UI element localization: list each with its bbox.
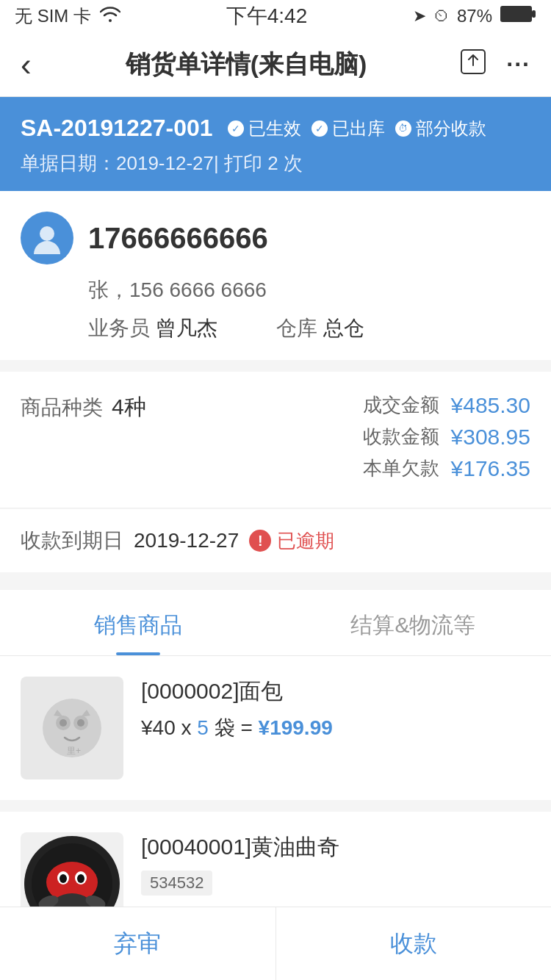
product-total-1: ¥199.99 bbox=[259, 716, 333, 739]
customer-name-info: 张，156 6666 6666 bbox=[21, 276, 530, 304]
alarm-icon: ⏲ bbox=[433, 7, 450, 26]
order-date: 单据日期：2019-12-27| 打印 2 次 bbox=[21, 151, 530, 176]
product-name-1: [0000002]面包 bbox=[141, 677, 530, 707]
svg-rect-0 bbox=[500, 6, 532, 22]
more-button[interactable]: ··· bbox=[506, 51, 530, 78]
product-info-1: [0000002]面包 ¥40 x 5 袋 = ¥199.99 bbox=[141, 677, 530, 742]
svg-point-3 bbox=[40, 226, 54, 241]
product-type-row: 商品种类 4种 bbox=[21, 392, 146, 422]
svg-text:里+: 里+ bbox=[67, 746, 81, 756]
product-thumbnail-1: 里+ bbox=[21, 677, 123, 779]
product-price-1: ¥40 x 5 袋 = ¥199.99 bbox=[141, 714, 530, 742]
stats-right: 成交金额 ¥485.30 收款金额 ¥308.95 本单欠款 ¥176.35 bbox=[363, 392, 530, 487]
svg-point-16 bbox=[77, 874, 84, 883]
share-button[interactable] bbox=[461, 49, 486, 80]
svg-point-15 bbox=[60, 874, 67, 883]
product-name-2: [00040001]黄油曲奇 bbox=[141, 832, 530, 862]
battery-percent: 87% bbox=[457, 6, 492, 26]
warehouse-info: 仓库 总仓 bbox=[276, 314, 364, 342]
customer-section: 17666666666 张，156 6666 6666 业务员 曾凡杰 仓库 总… bbox=[0, 191, 551, 360]
status-bar: 无 SIM 卡 下午4:42 ➤ ⏲ 87% bbox=[0, 0, 551, 32]
overdue-icon: ! bbox=[249, 530, 271, 552]
status-right: ➤ ⏲ 87% bbox=[413, 4, 536, 28]
cancel-button[interactable]: 弃审 bbox=[0, 907, 276, 980]
order-header: SA-20191227-001 ✓ 已生效 ✓ 已出库 ⏱ 部分收款 单据日期：… bbox=[0, 97, 551, 191]
product-qty-1: 5 bbox=[197, 716, 209, 739]
overdue-badge: ! 已逾期 bbox=[249, 528, 334, 554]
product-tag-2: 534532 bbox=[141, 871, 212, 896]
svg-point-17 bbox=[66, 886, 78, 893]
wifi-icon bbox=[100, 6, 120, 26]
confirm-button[interactable]: 收款 bbox=[276, 907, 552, 980]
order-header-top: SA-20191227-001 ✓ 已生效 ✓ 已出库 ⏱ 部分收款 bbox=[21, 115, 530, 142]
carrier-text: 无 SIM 卡 bbox=[15, 4, 91, 28]
page-title: 销货单详情(来自电脑) bbox=[126, 48, 367, 82]
customer-avatar bbox=[21, 212, 73, 264]
owe-amount-row: 本单欠款 ¥176.35 bbox=[363, 455, 530, 481]
tab-sales-products[interactable]: 销售商品 bbox=[0, 590, 276, 655]
status-badge-3: ⏱ 部分收款 bbox=[395, 117, 486, 140]
nav-right-actions: ··· bbox=[461, 49, 530, 80]
svg-rect-1 bbox=[532, 10, 536, 18]
customer-phone: 17666666666 bbox=[88, 222, 268, 255]
sales-info: 业务员 曾凡杰 bbox=[88, 314, 217, 342]
status-badge-1: ✓ 已生效 bbox=[228, 117, 301, 140]
received-amount-row: 收款金额 ¥308.95 bbox=[363, 424, 530, 450]
status-badges: ✓ 已生效 ✓ 已出库 ⏱ 部分收款 bbox=[228, 117, 486, 140]
stats-section: 商品种类 4种 成交金额 ¥485.30 收款金额 ¥308.95 本单欠款 ¥… bbox=[0, 372, 551, 508]
order-id: SA-20191227-001 bbox=[21, 115, 213, 142]
customer-meta: 业务员 曾凡杰 仓库 总仓 bbox=[21, 314, 530, 342]
tabs-row: 销售商品 结算&物流等 bbox=[0, 590, 551, 656]
svg-point-8 bbox=[77, 719, 84, 727]
back-button[interactable]: ‹ bbox=[21, 46, 32, 83]
status-badge-2: ✓ 已出库 bbox=[311, 117, 385, 140]
tab-settlement[interactable]: 结算&物流等 bbox=[276, 590, 551, 655]
battery-icon bbox=[500, 4, 536, 28]
deal-amount-row: 成交金额 ¥485.30 bbox=[363, 392, 530, 418]
nav-bar: ‹ 销货单详情(来自电脑) ··· bbox=[0, 32, 551, 97]
clock-icon: ⏱ bbox=[395, 120, 411, 137]
svg-point-7 bbox=[60, 719, 67, 727]
customer-row: 17666666666 bbox=[21, 212, 530, 264]
time-text: 下午4:42 bbox=[226, 2, 308, 30]
check-icon-1: ✓ bbox=[228, 120, 244, 137]
location-icon: ➤ bbox=[413, 7, 426, 26]
product-item: 里+ [0000002]面包 ¥40 x 5 袋 = ¥199.99 bbox=[0, 656, 551, 800]
stats-left: 商品种类 4种 bbox=[21, 392, 146, 425]
due-section: 收款到期日 2019-12-27 ! 已逾期 bbox=[0, 508, 551, 572]
check-icon-2: ✓ bbox=[311, 120, 328, 137]
bottom-bar: 弃审 收款 bbox=[0, 907, 551, 980]
status-left: 无 SIM 卡 bbox=[15, 4, 120, 28]
